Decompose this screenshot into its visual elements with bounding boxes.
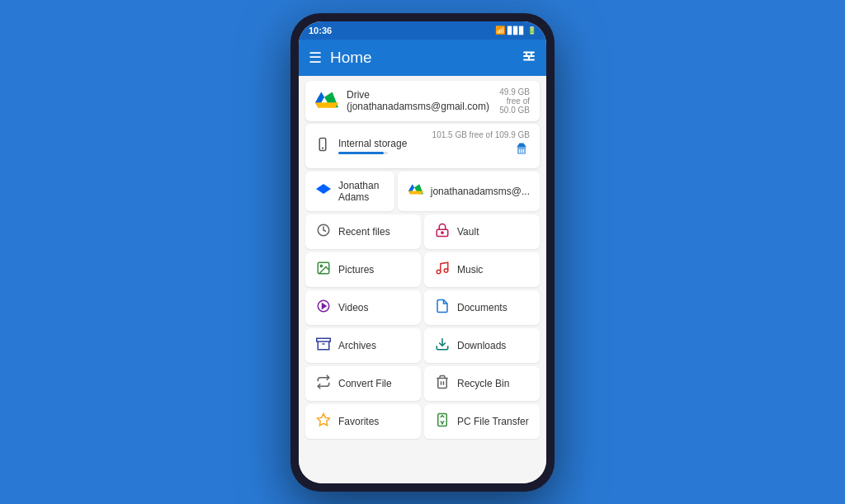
music-icon <box>434 261 451 279</box>
storage-title: Internal storage <box>338 138 424 149</box>
phone-icon <box>315 137 330 155</box>
downloads-label: Downloads <box>457 340 506 351</box>
archives-label: Archives <box>338 340 376 351</box>
recycle-bin-icon <box>434 374 451 393</box>
convert-file-label: Convert File <box>338 378 392 389</box>
status-icons: 📶 ▊▊▊ 🔋 <box>495 26 536 35</box>
grid-section: Jonathan Adams jonathanadamsms@... <box>305 172 540 439</box>
grid-row-4: Videos Documents <box>305 290 540 325</box>
svg-point-21 <box>444 268 448 272</box>
grid-item-gdrive-account[interactable]: jonathanadamsms@... <box>398 172 540 211</box>
grid-item-documents[interactable]: Documents <box>424 290 540 325</box>
drive-storage: 49.9 GB free of 50.0 GB <box>498 87 530 115</box>
grid-row-6: Convert File Recycle Bin <box>305 366 540 401</box>
wifi-icon: 📶 <box>495 26 505 35</box>
app-bar: ☰ Home <box>299 40 546 76</box>
archives-icon <box>315 337 332 355</box>
storage-info: Internal storage <box>338 138 424 154</box>
dropbox-icon <box>315 182 332 200</box>
grid-row-5: Archives Downloads <box>305 328 540 363</box>
hamburger-menu-icon[interactable]: ☰ <box>309 49 322 67</box>
grid-item-jonathan-adams[interactable]: Jonathan Adams <box>305 172 394 211</box>
jonathan-adams-label: Jonathan Adams <box>338 180 385 203</box>
svg-point-17 <box>441 231 443 233</box>
documents-icon <box>434 299 451 317</box>
grid-row-7: Favorites PC File Transfer <box>305 404 540 439</box>
phone-screen: 10:36 📶 ▊▊▊ 🔋 ☰ Home <box>299 21 546 483</box>
pictures-label: Pictures <box>338 264 374 276</box>
storage-free: 101.5 GB free of 109.9 GB <box>432 130 530 139</box>
grid-item-videos[interactable]: Videos <box>305 290 421 325</box>
grid-item-convert-file[interactable]: Convert File <box>305 366 421 401</box>
app-bar-title: Home <box>330 49 522 67</box>
filter-icon[interactable] <box>522 49 536 67</box>
grid-item-recycle-bin[interactable]: Recycle Bin <box>424 366 540 401</box>
favorites-icon <box>315 412 332 431</box>
pictures-icon <box>315 261 332 279</box>
downloads-icon <box>434 337 451 355</box>
status-bar: 10:36 📶 ▊▊▊ 🔋 <box>299 21 546 40</box>
svg-point-8 <box>528 55 531 58</box>
gdrive-account-label: jonathanadamsms@... <box>431 186 530 197</box>
recycle-bin-label: Recycle Bin <box>457 378 509 389</box>
grid-item-favorites[interactable]: Favorites <box>305 404 421 439</box>
battery-icon: 🔋 <box>527 26 536 35</box>
svg-point-19 <box>320 265 322 266</box>
grid-item-downloads[interactable]: Downloads <box>424 328 540 363</box>
recent-files-label: Recent files <box>338 226 390 238</box>
grid-row-1: Jonathan Adams jonathanadamsms@... <box>305 172 540 211</box>
svg-marker-23 <box>323 304 327 309</box>
music-label: Music <box>457 264 483 276</box>
pc-transfer-icon <box>434 412 451 431</box>
svg-marker-29 <box>318 413 330 425</box>
clean-icon[interactable] <box>513 141 530 162</box>
vault-icon <box>434 223 451 241</box>
drive-info: Drive (jonathanadamsms@gmail.com) <box>347 89 489 112</box>
favorites-label: Favorites <box>338 416 379 427</box>
google-drive-small-icon <box>408 182 424 200</box>
storage-right: 101.5 GB free of 109.9 GB <box>432 130 530 162</box>
grid-row-3: Pictures Music <box>305 252 540 287</box>
grid-item-recent-files[interactable]: Recent files <box>305 214 421 249</box>
grid-item-music[interactable]: Music <box>424 252 540 287</box>
status-time: 10:36 <box>309 26 332 35</box>
videos-label: Videos <box>338 302 368 313</box>
svg-point-5 <box>531 51 533 54</box>
documents-label: Documents <box>457 302 507 313</box>
videos-icon <box>315 299 332 317</box>
clock-icon <box>315 223 332 241</box>
grid-item-pictures[interactable]: Pictures <box>305 252 421 287</box>
signal-icon: ▊▊▊ <box>507 26 525 35</box>
grid-item-vault[interactable]: Vault <box>424 214 540 249</box>
drive-account-card[interactable]: Drive (jonathanadamsms@gmail.com) 49.9 G… <box>305 81 540 121</box>
drive-title: Drive (jonathanadamsms@gmail.com) <box>347 89 489 112</box>
svg-rect-24 <box>317 338 331 341</box>
storage-bar <box>338 152 388 154</box>
storage-bar-fill <box>338 152 384 154</box>
svg-point-20 <box>437 270 441 274</box>
google-drive-icon <box>315 89 338 112</box>
grid-item-pc-file-transfer[interactable]: PC File Transfer <box>424 404 540 439</box>
pc-file-transfer-label: PC File Transfer <box>457 416 529 427</box>
grid-item-archives[interactable]: Archives <box>305 328 421 363</box>
phone-frame: 10:36 📶 ▊▊▊ 🔋 ☰ Home <box>290 13 555 492</box>
internal-storage-card[interactable]: Internal storage 101.5 GB free of 109.9 … <box>305 124 540 168</box>
main-content: Drive (jonathanadamsms@gmail.com) 49.9 G… <box>299 76 546 483</box>
vault-label: Vault <box>457 226 479 238</box>
grid-row-2: Recent files Vault <box>305 214 540 249</box>
convert-file-icon <box>315 374 332 393</box>
